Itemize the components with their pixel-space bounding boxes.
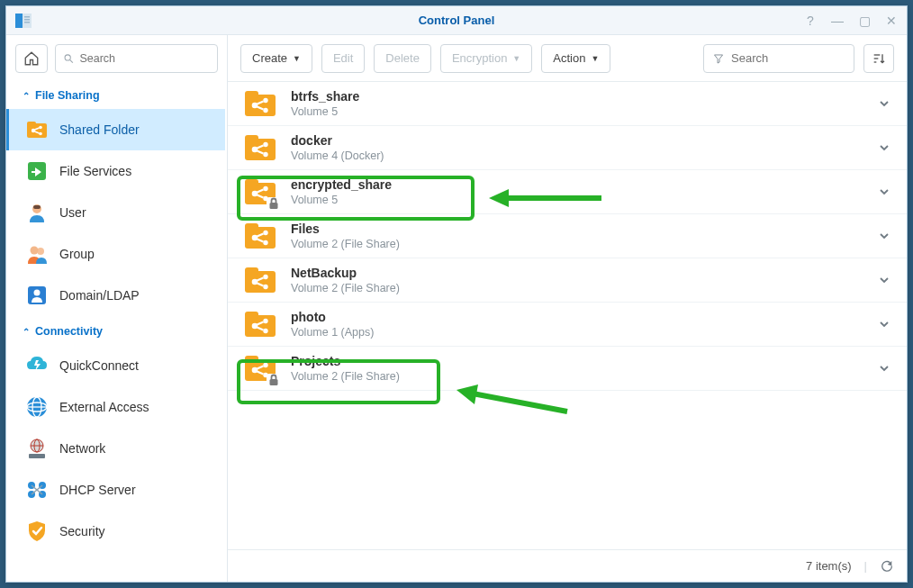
chevron-down-icon[interactable] bbox=[878, 362, 890, 375]
home-button[interactable] bbox=[15, 44, 48, 73]
folder-row[interactable]: NetBackupVolume 2 (File Share) bbox=[228, 258, 907, 303]
external-access-icon bbox=[25, 395, 49, 419]
button-label: Encryption bbox=[452, 51, 507, 65]
item-count: 7 item(s) bbox=[806, 559, 852, 573]
window-title: Control Panel bbox=[6, 14, 907, 27]
home-icon bbox=[23, 50, 40, 67]
main-panel: Create ▼ Edit Delete Encryption ▼ Action… bbox=[228, 35, 907, 582]
button-label: Edit bbox=[333, 51, 353, 65]
folder-row[interactable]: photoVolume 1 (Apps) bbox=[228, 303, 907, 347]
folder-row-text: photoVolume 1 (Apps) bbox=[291, 310, 878, 339]
delete-button[interactable]: Delete bbox=[374, 44, 431, 73]
edit-button[interactable]: Edit bbox=[321, 44, 365, 73]
section-file-sharing[interactable]: ⌃ File Sharing bbox=[6, 80, 225, 109]
control-panel-window: Control Panel ? — ▢ ✕ ⌃ File bbox=[5, 5, 908, 583]
sidebar-item-label: User bbox=[59, 205, 86, 220]
shared-folder-icon bbox=[25, 118, 49, 141]
sidebar-item-dhcp-server[interactable]: DHCP Server bbox=[6, 469, 225, 511]
folder-row[interactable]: FilesVolume 2 (File Share) bbox=[228, 214, 907, 258]
svg-point-5 bbox=[65, 55, 70, 60]
folder-name: Files bbox=[291, 222, 878, 236]
create-button[interactable]: Create ▼ bbox=[240, 44, 312, 73]
sidebar-search[interactable] bbox=[55, 44, 218, 73]
sidebar-item-domain-ldap[interactable]: Domain/LDAP bbox=[6, 275, 225, 316]
app-icon bbox=[14, 11, 33, 31]
refresh-icon bbox=[880, 559, 894, 574]
folder-row[interactable]: btrfs_shareVolume 5 bbox=[228, 82, 907, 126]
svg-point-20 bbox=[34, 290, 41, 296]
button-label: Delete bbox=[385, 51, 420, 65]
sidebar-item-label: Domain/LDAP bbox=[59, 288, 140, 303]
caret-down-icon: ▼ bbox=[591, 54, 599, 63]
filter-search[interactable] bbox=[703, 44, 854, 73]
folder-name: NetBackup bbox=[291, 266, 878, 280]
sidebar-item-user[interactable]: User bbox=[6, 192, 225, 233]
chevron-down-icon[interactable] bbox=[878, 318, 890, 330]
folder-row[interactable]: dockerVolume 4 (Docker) bbox=[228, 126, 907, 170]
help-button[interactable]: ? bbox=[802, 14, 818, 28]
action-button[interactable]: Action ▼ bbox=[541, 44, 610, 73]
svg-rect-16 bbox=[33, 205, 41, 209]
close-button[interactable]: ✕ bbox=[883, 14, 899, 28]
sidebar-item-label: Group bbox=[59, 247, 95, 261]
sidebar-item-external-access[interactable]: External Access bbox=[6, 386, 225, 428]
svg-point-84 bbox=[263, 363, 267, 367]
svg-point-63 bbox=[263, 231, 267, 235]
security-icon bbox=[25, 520, 49, 543]
encryption-button[interactable]: Encryption ▼ bbox=[440, 44, 532, 73]
svg-rect-68 bbox=[245, 267, 258, 275]
svg-point-49 bbox=[263, 152, 267, 157]
svg-rect-59 bbox=[270, 203, 278, 209]
folder-row-text: dockerVolume 4 (Docker) bbox=[291, 133, 878, 162]
section-connectivity[interactable]: ⌃ Connectivity bbox=[6, 316, 225, 345]
chevron-down-icon[interactable] bbox=[878, 185, 890, 198]
window-controls: ? — ▢ ✕ bbox=[802, 14, 899, 28]
lock-icon bbox=[267, 374, 281, 386]
domain-ldap-icon bbox=[25, 284, 49, 307]
folder-row-text: btrfs_shareVolume 5 bbox=[291, 89, 878, 118]
chevron-down-icon[interactable] bbox=[878, 97, 890, 110]
sidebar-item-shared-folder[interactable]: Shared Folder bbox=[6, 109, 225, 150]
user-icon bbox=[25, 201, 49, 224]
toolbar: Create ▼ Edit Delete Encryption ▼ Action… bbox=[228, 35, 907, 82]
sidebar-search-input[interactable] bbox=[79, 52, 210, 65]
svg-point-70 bbox=[263, 275, 267, 279]
chevron-down-icon[interactable] bbox=[878, 274, 890, 286]
group-icon bbox=[25, 242, 49, 266]
button-label: Create bbox=[252, 51, 287, 65]
svg-point-18 bbox=[37, 248, 44, 255]
folder-name: btrfs_share bbox=[291, 89, 878, 104]
svg-line-6 bbox=[70, 60, 73, 63]
file-services-icon bbox=[25, 159, 49, 183]
sidebar-item-quickconnect[interactable]: QuickConnect bbox=[6, 345, 225, 386]
maximize-button[interactable]: ▢ bbox=[856, 14, 872, 28]
chevron-down-icon[interactable] bbox=[878, 141, 890, 154]
folder-row[interactable]: ProjectsVolume 2 (File Share) bbox=[228, 347, 907, 391]
svg-rect-1 bbox=[23, 14, 32, 28]
minimize-button[interactable]: — bbox=[829, 14, 845, 28]
svg-rect-61 bbox=[245, 223, 258, 231]
share-folder-icon bbox=[244, 266, 276, 294]
sort-button[interactable] bbox=[863, 44, 894, 73]
chevron-down-icon[interactable] bbox=[878, 230, 890, 242]
folder-list: btrfs_shareVolume 5dockerVolume 4 (Docke… bbox=[228, 82, 907, 549]
sidebar-item-security[interactable]: Security bbox=[6, 511, 225, 552]
filter-input[interactable] bbox=[731, 51, 845, 65]
sidebar-item-label: QuickConnect bbox=[59, 358, 139, 373]
folder-row[interactable]: encrypted_shareVolume 5 bbox=[228, 170, 907, 214]
folder-volume: Volume 2 (File Share) bbox=[291, 370, 878, 383]
folder-volume: Volume 5 bbox=[291, 194, 878, 206]
caret-down-icon: ▼ bbox=[293, 54, 301, 63]
caret-down-icon: ▼ bbox=[512, 54, 520, 63]
svg-rect-28 bbox=[29, 454, 45, 458]
sidebar-item-file-services[interactable]: File Services bbox=[6, 150, 225, 192]
svg-rect-3 bbox=[24, 19, 30, 21]
sidebar-item-label: Security bbox=[59, 524, 105, 538]
refresh-button[interactable] bbox=[880, 559, 894, 574]
section-label: File Sharing bbox=[35, 89, 100, 102]
dhcp-server-icon bbox=[25, 478, 49, 502]
folder-volume: Volume 2 (File Share) bbox=[291, 238, 878, 250]
sidebar-item-group[interactable]: Group bbox=[6, 233, 225, 275]
svg-point-55 bbox=[263, 186, 267, 191]
sidebar-item-network[interactable]: Network bbox=[6, 428, 225, 469]
